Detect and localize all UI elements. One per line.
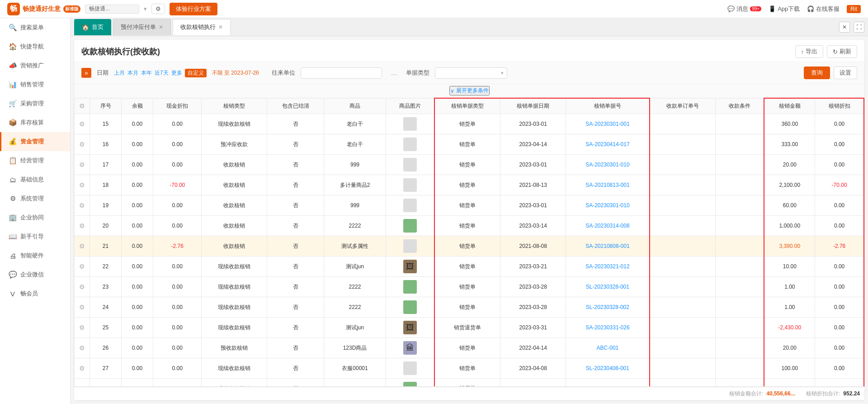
sidebar-item-search[interactable]: 🔍搜索菜单	[0, 18, 70, 37]
sidebar-item-operation[interactable]: 📋经营管理	[0, 151, 70, 170]
setting-button[interactable]: 设置	[834, 67, 857, 79]
expand-more-button[interactable]: ∨ 展开更多条件	[449, 86, 490, 95]
trading-partner-input[interactable]	[301, 67, 382, 79]
cell-gear[interactable]: ⚙	[75, 318, 90, 338]
cell-write-off-bill-no[interactable]: SA-20210808-001	[566, 236, 650, 257]
row-settings-icon[interactable]: ⚙	[79, 242, 85, 250]
bill-no-link[interactable]: ABC-001	[597, 345, 619, 351]
sidebar-item-basic[interactable]: 🗂基础信息	[0, 170, 70, 189]
receipt-type-select[interactable]	[435, 67, 507, 79]
row-settings-icon[interactable]: ⚙	[79, 202, 85, 209]
cell-gear[interactable]: ⚙	[75, 379, 90, 387]
refresh-button[interactable]: ↻ 刷新	[827, 45, 857, 58]
sidebar-item-wechat[interactable]: 💬企业微信	[0, 265, 70, 284]
sidebar-item-system[interactable]: ⚙系统管理	[0, 189, 70, 208]
row-settings-icon[interactable]: ⚙	[79, 385, 85, 386]
row-settings-icon[interactable]: ⚙	[79, 283, 85, 290]
tab-home[interactable]: 🏠 首页	[74, 19, 111, 35]
tab-prepay[interactable]: 预付冲应付单 ✕	[113, 19, 171, 35]
industry-solution-button[interactable]: 体验行业方案	[170, 3, 217, 15]
tab-close-window-btn[interactable]: ✕	[839, 22, 850, 33]
gear-button[interactable]: ⚙	[151, 4, 165, 14]
cell-write-off-bill-no[interactable]: SA-20230331-026	[566, 318, 650, 338]
filter-expand-button[interactable]: »	[81, 68, 91, 78]
sidebar-item-smart-hw[interactable]: 🖨智能硬件	[0, 246, 70, 265]
sidebar-item-quick-nav[interactable]: 🏠快捷导航	[0, 37, 70, 56]
cell-gear[interactable]: ⚙	[75, 134, 90, 155]
sidebar-item-purchase[interactable]: 🛒采购管理	[0, 94, 70, 113]
cell-write-off-bill-no[interactable]: SL-20230328-001	[566, 277, 650, 297]
cell-write-off-bill-no[interactable]: SA-20230301-010	[566, 155, 650, 175]
row-settings-icon[interactable]: ⚙	[79, 263, 85, 270]
cell-gear[interactable]: ⚙	[75, 195, 90, 216]
cell-gear[interactable]: ⚙	[75, 257, 90, 277]
row-settings-icon[interactable]: ⚙	[79, 344, 85, 352]
row-settings-icon[interactable]: ⚙	[79, 324, 85, 331]
cell-write-off-bill-no[interactable]: SL-20230328-002	[566, 297, 650, 318]
bill-no-link[interactable]: SL-20230418-001	[586, 385, 629, 386]
dropdown-icon[interactable]: ▾	[144, 5, 147, 12]
row-settings-icon[interactable]: ⚙	[79, 120, 85, 128]
table-wrap[interactable]: ⚙ 序号 余额 现金折扣 核销类型 包含已结清 商品 商品图片 核销单据类型 核…	[74, 98, 864, 386]
cell-write-off-bill-no[interactable]: SL-20230418-001	[566, 379, 650, 387]
cell-write-off-bill-no[interactable]: SL-20230408-001	[566, 358, 650, 379]
row-settings-icon[interactable]: ⚙	[79, 304, 85, 311]
bill-no-link[interactable]: SL-20230328-001	[586, 284, 629, 290]
bill-no-link[interactable]: SA-20230301-001	[585, 121, 629, 127]
sidebar-item-member[interactable]: V畅会员	[0, 284, 70, 303]
sidebar-item-marketing[interactable]: 📣营销推广	[0, 56, 70, 75]
cell-write-off-bill-no[interactable]: ABC-001	[566, 338, 650, 358]
tab-prepay-close[interactable]: ✕	[159, 24, 163, 30]
tab-maximize-btn[interactable]: ⛶	[854, 22, 864, 33]
cell-gear[interactable]: ⚙	[75, 155, 90, 175]
cell-write-off-bill-no[interactable]: SA-20230301-001	[566, 114, 650, 134]
date-last-month[interactable]: 上月	[114, 69, 125, 77]
sidebar-item-guide[interactable]: 📖新手引导	[0, 227, 70, 246]
cell-gear[interactable]: ⚙	[75, 216, 90, 236]
row-settings-icon[interactable]: ⚙	[79, 365, 85, 372]
bill-no-link[interactable]: SA-20230301-010	[585, 202, 629, 209]
date-this-year[interactable]: 本年	[141, 69, 152, 77]
date-more[interactable]: 更多	[171, 69, 182, 77]
cell-write-off-bill-no[interactable]: SA-20230314-008	[566, 216, 650, 236]
cell-gear[interactable]: ⚙	[75, 236, 90, 257]
cell-write-off-bill-no[interactable]: SA-20230414-017	[566, 134, 650, 155]
cell-gear[interactable]: ⚙	[75, 358, 90, 379]
notification-btn[interactable]: 💬 消息 99+	[727, 5, 761, 13]
date-last-7days[interactable]: 近7天	[155, 69, 169, 77]
cell-write-off-bill-no[interactable]: SA-20230301-010	[566, 195, 650, 216]
bill-no-link[interactable]: SA-20230331-026	[585, 324, 629, 331]
row-settings-icon[interactable]: ⚙	[79, 181, 85, 189]
sidebar-item-inventory[interactable]: 📦库存核算	[0, 113, 70, 132]
bill-no-link[interactable]: SA-20210813-001	[585, 182, 629, 188]
app-download-btn[interactable]: 📱 App下载	[769, 5, 800, 13]
sidebar-item-finance[interactable]: 💰资金管理	[0, 132, 70, 151]
col-gear-header[interactable]: ⚙	[75, 98, 90, 114]
row-settings-icon[interactable]: ⚙	[79, 222, 85, 229]
cell-write-off-bill-no[interactable]: SA-20210813-001	[566, 175, 650, 195]
online-service-btn[interactable]: 🎧 在线客服	[807, 5, 840, 13]
user-avatar[interactable]: Rit	[847, 5, 861, 13]
bill-no-link[interactable]: SA-20230414-017	[585, 141, 629, 147]
account-selector[interactable]	[85, 5, 139, 14]
sidebar-item-sales[interactable]: 📊销售管理	[0, 75, 70, 94]
export-button[interactable]: ↑ 导出	[795, 45, 824, 58]
cell-gear[interactable]: ⚙	[75, 277, 90, 297]
bill-no-link[interactable]: SA-20230314-008	[585, 223, 629, 229]
bill-no-link[interactable]: SL-20230328-002	[586, 304, 629, 310]
bill-no-link[interactable]: SL-20230408-001	[586, 365, 629, 371]
row-settings-icon[interactable]: ⚙	[79, 141, 85, 148]
tab-receipt-close[interactable]: ✕	[218, 24, 223, 30]
bill-no-link[interactable]: SA-20230321-012	[585, 263, 629, 270]
date-this-month[interactable]: 本月	[127, 69, 138, 77]
cell-gear[interactable]: ⚙	[75, 175, 90, 195]
tab-receipt[interactable]: 收款核销执行 ✕	[173, 19, 231, 35]
row-settings-icon[interactable]: ⚙	[79, 161, 85, 168]
cell-gear[interactable]: ⚙	[75, 297, 90, 318]
date-custom[interactable]: 自定义	[185, 69, 207, 77]
query-button[interactable]: 查询	[804, 67, 830, 79]
cell-write-off-bill-no[interactable]: SA-20230321-012	[566, 257, 650, 277]
bill-no-link[interactable]: SA-20210808-001	[585, 243, 629, 249]
cell-gear[interactable]: ⚙	[75, 338, 90, 358]
bill-no-link[interactable]: SA-20230301-010	[585, 162, 629, 168]
